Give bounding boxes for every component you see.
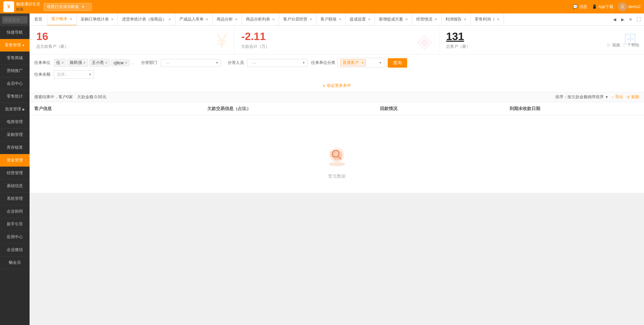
unit-class-group: 往来单位分类 普通客户 ✕ ▼ <box>311 58 384 68</box>
tab-close-all-button[interactable]: ✕ <box>627 16 634 23</box>
sidebar-item-inventory[interactable]: 库存核算 <box>0 141 30 154</box>
remainder-select[interactable]: 选择... ▼ <box>54 70 94 79</box>
chevron-right-icon: ▶ <box>23 108 25 111</box>
tab-prev-button[interactable]: ◀ <box>611 16 618 23</box>
tab-close-customer-segment[interactable]: ✕ <box>309 17 312 21</box>
sidebar-item-enterprise-collab[interactable]: 企业协同 <box>0 205 30 218</box>
unit-more-button[interactable]: ... <box>131 61 134 65</box>
tab-close-retail-profit[interactable]: ✕ <box>497 17 500 21</box>
tab-close-purchase-order[interactable]: ✕ <box>111 17 114 21</box>
app-download-button[interactable]: 📱 App下载 <box>592 4 613 10</box>
sidebar-item-retail-mgmt[interactable]: 零售管理 ▼ <box>0 39 30 52</box>
tab-purchase-order-stats[interactable]: 采购订单统计表 ✕ <box>77 13 118 26</box>
tab-customer-segment[interactable]: 客户分层经营 ✕ <box>279 13 316 26</box>
sidebar-item-batch-mgmt[interactable]: 批发管理 ▶ <box>0 103 30 116</box>
tab-customer-debt[interactable]: 客户账本 ✕ <box>47 13 77 26</box>
sidebar-item-sys-mgmt[interactable]: 系统管理 <box>0 192 30 205</box>
app-icon: 📱 <box>592 4 597 9</box>
sidebar-item-finance[interactable]: 资金管理 <box>0 154 30 167</box>
total-customers-value: 131 <box>446 31 464 42</box>
chevron-down-icon: ▼ <box>22 44 25 47</box>
sidebar-item-purchase[interactable]: 采购管理 <box>0 129 30 141</box>
tab-close-product-analysis-list[interactable]: ✕ <box>272 17 275 21</box>
results-bar-right: 排序：按欠款金额倒序排序 ▼ ↑ 导出 ↺ 刷新 <box>555 94 639 100</box>
tab-controls: ◀ ▶ ✕ ⛶ <box>609 16 644 23</box>
export-button[interactable]: ↑ 导出 <box>612 94 623 100</box>
tab-close-customer-contact[interactable]: ✕ <box>339 17 341 21</box>
sidebar-item-retail-stats[interactable]: 零售统计 <box>0 90 30 103</box>
tab-customer-contact[interactable]: 客户联络 ✕ <box>316 13 346 26</box>
help-links: ▷ 视频 | ? 帮助 <box>607 42 640 48</box>
query-button[interactable]: 查询 <box>388 58 407 68</box>
search-input[interactable] <box>2 16 28 24</box>
tab-retail-profit[interactable]: 零售利润（ ✕ <box>471 13 504 26</box>
tab-new-promotion[interactable]: 新增提成方案 ✕ <box>375 13 412 26</box>
tab-close-operations[interactable]: ✕ <box>434 17 437 21</box>
dept-dots[interactable]: ··· <box>166 60 170 66</box>
unit-class-arrow-icon: ▼ <box>379 61 382 65</box>
tab-operations-report[interactable]: 经营情况 ✕ <box>412 13 441 26</box>
sidebar-item-retail-mall[interactable]: 零售商城 <box>0 52 30 65</box>
tab-fullscreen-button[interactable]: ⛶ <box>635 16 642 23</box>
video-link[interactable]: ▷ 视频 <box>607 42 620 48</box>
stat-card-total-customers: ⊞ 131 总客户（家） <box>439 26 644 54</box>
svg-rect-5 <box>330 152 336 153</box>
unit-tag-chen-close[interactable]: ✕ <box>83 61 86 65</box>
tab-close-customer-debt[interactable]: ✕ <box>70 17 72 21</box>
debt-amount-value: -2.11 <box>241 31 266 42</box>
sidebar-item-operations[interactable]: 经营管理 <box>0 167 30 180</box>
unit-tag-cjttcw-close[interactable]: ✕ <box>125 61 127 65</box>
message-icon: 💬 <box>573 4 578 9</box>
unit-class-label: 往来单位分类 <box>311 60 335 66</box>
tab-close-inbound[interactable]: ✕ <box>168 17 171 21</box>
sidebar-item-new-guide[interactable]: 新手引导 <box>0 218 30 231</box>
help-link[interactable]: ? 帮助 <box>628 42 639 48</box>
refresh-button[interactable]: ↺ 刷新 <box>627 94 639 100</box>
tab-inbound-stats[interactable]: 进货单统计表（按商品） ✕ <box>118 13 175 26</box>
message-button[interactable]: 💬 消息 <box>573 4 587 10</box>
collapse-row: ∧ 收起更多条件 <box>34 81 639 91</box>
tab-product-analysis-list[interactable]: 商品分析列表 ✕ <box>242 13 279 26</box>
sidebar-search-area <box>0 13 30 26</box>
collapse-button[interactable]: ∧ 收起更多条件 <box>323 81 351 91</box>
sidebar-item-marketing[interactable]: 营销推广 <box>0 65 30 77</box>
svg-rect-7 <box>330 156 335 157</box>
tab-close-promotion-settings[interactable]: ✕ <box>368 17 371 21</box>
logo-icon: ¥ <box>3 1 14 12</box>
filter-row-2: 往来余额 选择... ▼ <box>34 70 639 79</box>
tab-profit-report[interactable]: 利润报告 ✕ <box>441 13 471 26</box>
tab-close-new-promotion[interactable]: ✕ <box>405 17 408 21</box>
tab-next-button[interactable]: ▶ <box>619 16 626 23</box>
unit-class-select[interactable]: 普通客户 ✕ ▼ <box>337 58 384 68</box>
col-repayment: 回款情况 <box>380 106 510 112</box>
unit-class-tag-close[interactable]: ✕ <box>361 61 364 65</box>
sidebar-item-member-center[interactable]: 会员中心 <box>0 77 30 90</box>
sidebar-item-vip-member[interactable]: 畅会员 <box>0 256 30 269</box>
sort-select[interactable]: 排序：按欠款金额倒序排序 ▼ <box>555 94 608 100</box>
tab-close-product-analysis[interactable]: ✕ <box>235 17 238 21</box>
sidebar-item-app-center[interactable]: 应用中心 <box>0 231 30 244</box>
person-dots[interactable]: ··· <box>252 60 256 66</box>
tab-close-product-inbound[interactable]: ✕ <box>206 17 208 21</box>
tab-product-inbound[interactable]: 产成品入库单 ✕ <box>175 13 213 26</box>
dept-label: 分管部门 <box>141 60 157 66</box>
tab-product-analysis[interactable]: 商品分析 ✕ <box>213 13 242 26</box>
sidebar-item-quick-nav[interactable]: 快捷导航 <box>0 26 30 39</box>
person-select[interactable]: ··· ▼ <box>247 59 308 67</box>
top-bar-right: 💬 消息 📱 App下载 D demo2 <box>573 2 641 11</box>
tab-bar: 首页 客户账本 ✕ 采购订单统计表 ✕ 进货单统计表（按商品） ✕ 产成品入库单… <box>30 13 644 26</box>
user-menu[interactable]: D demo2 <box>618 2 641 11</box>
unit-tag-wang-close[interactable]: ✕ <box>105 61 108 65</box>
person-label: 分管人员 <box>228 60 244 66</box>
unit-tags: 伍 ✕ 陈民强 ✕ 王小亮 ✕ <box>54 59 134 67</box>
sidebar-item-basic-info[interactable]: 基础信息 <box>0 180 30 192</box>
tab-promotion-settings[interactable]: 提成设置 ✕ <box>346 13 375 26</box>
sidebar-item-enterprise-wx[interactable]: 企业微信 <box>0 244 30 256</box>
unit-tag-wu-close[interactable]: ✕ <box>61 61 64 65</box>
sidebar-item-ecommerce[interactable]: 电商管理 <box>0 116 30 129</box>
tab-home[interactable]: 首页 <box>30 13 47 26</box>
dept-select[interactable]: ··· ▼ <box>161 59 221 67</box>
tab-close-profit[interactable]: ✕ <box>464 17 466 21</box>
account-selector[interactable]: 母婴行业演示帐套 ▼ <box>44 3 92 11</box>
collapse-icon: ∧ <box>323 83 326 88</box>
